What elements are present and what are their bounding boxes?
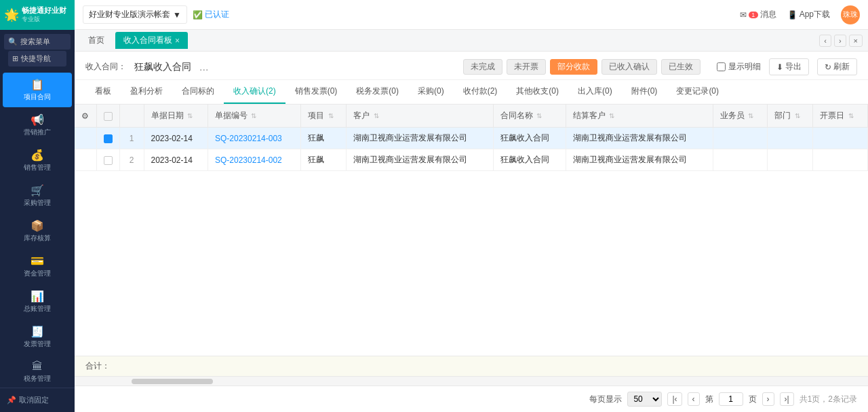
sidebar-item-general[interactable]: 📊 总账管理 <box>3 284 72 319</box>
col-number[interactable]: 单据编号 ⇅ <box>208 105 301 128</box>
cell-settings <box>75 128 96 149</box>
record-link[interactable]: SQ-20230214-002 <box>215 155 282 165</box>
sidebar-logo: 🌟 畅捷通好业财 专业版 <box>0 0 75 30</box>
col-salesman[interactable]: 业务员 ⇅ <box>713 105 768 128</box>
sidebar-item-sales[interactable]: 💰 销售管理 <box>3 143 72 178</box>
quick-nav-button[interactable]: ⊞ 快捷导航 <box>8 51 66 67</box>
nav-prev-button[interactable]: ‹ <box>819 35 831 47</box>
sidebar-nav: 📋 项目合同 📢 营销推广 💰 销售管理 🛒 采购管理 📦 库存核算 💳 资金管… <box>0 72 75 388</box>
select-all-checkbox[interactable] <box>104 112 113 121</box>
page-size-select[interactable]: 20 50 100 <box>627 392 662 407</box>
user-avatar[interactable]: 珠珠 <box>841 5 860 24</box>
next-page-button[interactable]: › <box>762 392 774 406</box>
tab-kanban[interactable]: 看板 <box>85 80 121 104</box>
status-not-complete[interactable]: 未完成 <box>463 59 502 75</box>
tab-home[interactable]: 首页 <box>80 32 113 49</box>
sidebar-item-tax[interactable]: 🏛 税务管理 <box>3 355 72 388</box>
cell-number[interactable]: SQ-20230214-002 <box>208 149 301 171</box>
col-seq <box>119 105 144 128</box>
last-page-button[interactable]: ›| <box>780 392 794 406</box>
sidebar-item-invoice[interactable]: 🧾 发票管理 <box>3 320 72 354</box>
tab-warehouse[interactable]: 出入库(0) <box>568 80 622 104</box>
status-effective[interactable]: 已生效 <box>661 59 701 75</box>
page-size-label: 每页显示 <box>589 394 622 405</box>
col-customer[interactable]: 客户 ⇅ <box>347 105 494 128</box>
page-input[interactable] <box>719 392 743 406</box>
message-badge: 1 <box>749 12 758 18</box>
col-settings[interactable]: ⚙ <box>75 105 96 128</box>
col-checkbox[interactable] <box>96 105 119 128</box>
tab-sales-invoice[interactable]: 销售发票(0) <box>285 80 347 104</box>
cell-checkbox[interactable] <box>96 128 119 149</box>
scroll-thumb[interactable] <box>132 379 213 384</box>
refresh-button[interactable]: ↻ 刷新 <box>817 58 857 75</box>
sidebar-item-funds[interactable]: 💳 资金管理 <box>3 249 72 284</box>
nav-close-button[interactable]: × <box>849 35 863 47</box>
search-icon: 🔍 <box>8 37 18 46</box>
row-checkbox[interactable] <box>104 134 113 143</box>
status-partial-payment[interactable]: 部分收款 <box>550 59 597 75</box>
cell-seq: 2 <box>119 149 144 171</box>
record-link[interactable]: SQ-20230214-003 <box>215 134 282 143</box>
search-menu-button[interactable]: 🔍 搜索菜单 <box>4 34 71 50</box>
cell-number[interactable]: SQ-20230214-003 <box>208 128 301 149</box>
cell-project: 狂飙 <box>301 128 347 149</box>
status-confirmed[interactable]: 已收入确认 <box>601 59 657 75</box>
status-not-invoiced[interactable]: 未开票 <box>507 59 546 75</box>
sidebar-item-purchase[interactable]: 🛒 采购管理 <box>3 179 72 213</box>
grid-icon: ⊞ <box>12 54 18 63</box>
first-page-button[interactable]: |‹ <box>667 392 682 406</box>
tab-purchase[interactable]: 采购(0) <box>408 80 454 104</box>
horizontal-scrollbar[interactable] <box>75 376 868 386</box>
sidebar-item-project[interactable]: 📋 项目合同 <box>3 73 72 107</box>
nav-next-button[interactable]: › <box>834 35 846 47</box>
cell-settle-customer: 湖南卫视商业运营发展有限公司 <box>566 149 713 171</box>
tab-close-icon[interactable]: × <box>175 36 180 45</box>
tab-profit[interactable]: 盈利分析 <box>121 80 172 104</box>
cell-contract-name: 狂飙收入合同 <box>494 149 566 171</box>
tab-tax-invoice[interactable]: 税务发票(0) <box>347 80 408 104</box>
message-button[interactable]: ✉ 1 消息 <box>740 9 776 20</box>
tab-contract-standard[interactable]: 合同标的 <box>172 80 224 104</box>
page-label-pre: 第 <box>705 394 713 405</box>
table-row[interactable]: 1 2023-02-14 SQ-20230214-003 狂飙 湖南卫视商业运营… <box>75 128 868 149</box>
table-row[interactable]: 2 2023-02-14 SQ-20230214-002 狂飙 湖南卫视商业运营… <box>75 149 868 171</box>
cancel-fixed-button[interactable]: 📌 取消固定 <box>4 392 71 408</box>
col-department[interactable]: 部门 ⇅ <box>768 105 813 128</box>
col-settle-customer[interactable]: 结算客户 ⇅ <box>566 105 713 128</box>
tabbar-nav: ‹ › × <box>819 35 863 47</box>
tab-other-income[interactable]: 其他收支(0) <box>507 80 568 104</box>
col-contract-name[interactable]: 合同名称 ⇅ <box>494 105 566 128</box>
sort-icon: ⇅ <box>848 112 854 119</box>
pin-icon: 📌 <box>7 396 16 405</box>
sidebar-item-inventory[interactable]: 📦 库存核算 <box>3 214 72 248</box>
row-checkbox[interactable] <box>104 156 113 165</box>
tab-change-log[interactable]: 变更记录(0) <box>667 80 728 104</box>
display-toggle: 显示明细 <box>717 61 761 73</box>
sidebar-item-marketing[interactable]: 📢 营销推广 <box>3 108 72 143</box>
show-detail-label: 显示明细 <box>728 61 761 73</box>
company-selector[interactable]: 好业财专业版演示帐套 ▼ <box>83 5 187 24</box>
col-project[interactable]: 项目 ⇅ <box>301 105 347 128</box>
cell-checkbox[interactable] <box>96 149 119 171</box>
settings-icon[interactable]: ⚙ <box>81 111 89 121</box>
table-footer: 合计： <box>75 356 868 376</box>
col-date[interactable]: 单据日期 ⇅ <box>144 105 208 128</box>
tab-attachments[interactable]: 附件(0) <box>622 80 667 104</box>
show-detail-checkbox[interactable] <box>717 62 726 71</box>
tab-receipt[interactable]: 收付款(2) <box>454 80 507 104</box>
certified-badge: ✅ 已认证 <box>193 9 229 20</box>
export-button[interactable]: ⬇ 导出 <box>769 58 809 75</box>
contract-label: 收入合同： <box>85 61 126 73</box>
cell-seq: 1 <box>119 128 144 149</box>
sort-icon: ⇅ <box>374 112 379 119</box>
export-icon: ⬇ <box>776 62 783 72</box>
col-open-date[interactable]: 开票日 ⇅ <box>813 105 868 128</box>
tabbar: 首页 收入合同看板 × ‹ › × <box>75 30 868 52</box>
contract-more-button[interactable]: ... <box>199 61 208 73</box>
tab-contract-board[interactable]: 收入合同看板 × <box>115 32 188 49</box>
prev-page-button[interactable]: ‹ <box>688 392 700 406</box>
status-tags: 未完成 未开票 部分收款 已收入确认 已生效 <box>463 59 701 75</box>
tab-revenue-confirm[interactable]: 收入确认(2) <box>224 80 285 104</box>
app-download-button[interactable]: 📱 App下载 <box>787 9 830 20</box>
